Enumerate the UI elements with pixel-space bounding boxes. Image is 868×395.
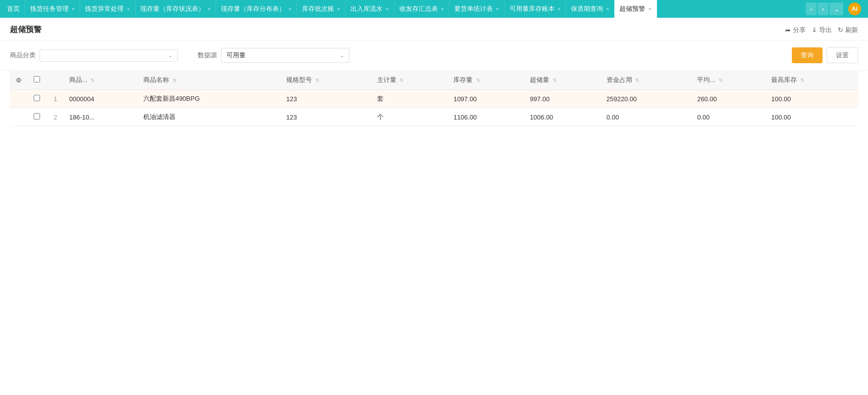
col-capital-label: 资金占用 (607, 76, 632, 83)
top-nav: 首页拣货任务管理×拣货异常处理×现存量（库存状况表）×现存量（库存分布表）×库存… (0, 0, 868, 18)
row-checkbox-cell (28, 90, 45, 108)
share-label: 分享 (793, 26, 806, 35)
col-product-code-header[interactable]: 商品... ⇅ (65, 71, 139, 90)
nav-close-icon[interactable]: × (496, 6, 499, 12)
row-unit: 套 (373, 90, 450, 108)
row-avg: 260.00 (693, 90, 767, 108)
table-row: 10000004六配套新昌490BPG123套1097.00997.002592… (10, 90, 858, 108)
nav-close-icon[interactable]: × (386, 6, 389, 12)
table-container: ⚙ 商品... ⇅ 商品名称 ⇅ 规格型号 ⇅ (0, 71, 868, 126)
nav-close-icon[interactable]: × (558, 6, 561, 12)
export-icon: ⇓ (812, 26, 817, 34)
nav-item-保质期查询[interactable]: 保质期查询× (566, 0, 614, 18)
nav-close-icon[interactable]: × (208, 6, 211, 12)
col-spec-sort-icon: ⇅ (315, 78, 319, 83)
nav-item-可用量库存账本[interactable]: 可用量库存账本× (505, 0, 566, 18)
nav-close-icon[interactable]: × (648, 6, 651, 12)
row-capital: 0.00 (603, 108, 694, 126)
category-arrow-icon: ⌄ (168, 52, 173, 59)
row-stock: 1097.00 (449, 90, 526, 108)
col-stock-header[interactable]: 库存量 ⇅ (449, 71, 526, 90)
data-table: ⚙ 商品... ⇅ 商品名称 ⇅ 规格型号 ⇅ (10, 71, 858, 126)
page-header: 超储预警 ➦ 分享 ⇓ 导出 ↻ 刷新 (0, 18, 868, 40)
col-product-code-sort-icon: ⇅ (90, 78, 94, 83)
category-select[interactable]: ⌄ (40, 49, 178, 62)
col-rownum-header (45, 71, 65, 90)
row-avg: 0.00 (693, 108, 767, 126)
col-avg-label: 平均... (697, 76, 715, 83)
col-maxstock-header[interactable]: 最高库存 ⇅ (767, 71, 858, 90)
select-all-checkbox[interactable] (34, 76, 40, 82)
category-filter-group: 商品分类 ⌄ (10, 49, 178, 62)
nav-close-icon[interactable]: × (337, 6, 340, 12)
nav-item-收发存汇总表[interactable]: 收发存汇总表× (394, 0, 449, 18)
col-capital-sort-icon: ⇅ (635, 78, 639, 83)
row-unit: 个 (373, 108, 450, 126)
datasource-select[interactable]: 可用量 ⌄ (221, 48, 349, 63)
export-label: 导出 (819, 26, 832, 35)
col-avg-sort-icon: ⇅ (719, 78, 723, 83)
row-max-stock: 100.00 (767, 108, 858, 126)
nav-item-超储预警[interactable]: 超储预警× (614, 0, 656, 18)
row-checkbox[interactable] (34, 95, 40, 101)
col-capital-header[interactable]: 资金占用 ⇅ (603, 71, 694, 90)
refresh-icon: ↻ (838, 26, 843, 34)
export-button[interactable]: ⇓ 导出 (812, 26, 832, 35)
share-button[interactable]: ➦ 分享 (785, 26, 806, 35)
page-title: 超储预警 (10, 25, 42, 35)
col-product-code-label: 商品... (69, 76, 87, 83)
col-avg-header[interactable]: 平均... ⇅ (693, 71, 767, 90)
row-number: 2 (45, 108, 65, 126)
settings-button[interactable]: 设置 (826, 47, 858, 63)
nav-menu-arrow[interactable]: ⌄ (829, 2, 843, 15)
col-product-name-sort-icon: ⇅ (173, 78, 176, 83)
nav-close-icon[interactable]: × (606, 6, 609, 12)
col-gear[interactable]: ⚙ (10, 71, 28, 90)
nav-close-icon[interactable]: × (72, 6, 75, 12)
nav-left-arrow[interactable]: ‹ (806, 2, 817, 15)
nav-close-icon[interactable]: × (127, 6, 130, 12)
nav-item-拣货异常处理[interactable]: 拣货异常处理× (80, 0, 135, 18)
row-gear-cell (10, 90, 28, 108)
row-number: 1 (45, 90, 65, 108)
datasource-filter-group: 数据源 可用量 ⌄ (198, 48, 349, 63)
table-body: 10000004六配套新昌490BPG123套1097.00997.002592… (10, 90, 858, 126)
col-unit-label: 主计量 (377, 76, 396, 83)
col-unit-header[interactable]: 主计量 ⇅ (373, 71, 450, 90)
row-checkbox[interactable] (34, 113, 40, 119)
query-button[interactable]: 查询 (792, 47, 823, 63)
col-overstock-label: 超储量 (530, 76, 549, 83)
row-capital: 259220.00 (603, 90, 694, 108)
nav-close-icon[interactable]: × (288, 6, 291, 12)
nav-item-现存量（库存分布表）[interactable]: 现存量（库存分布表）× (216, 0, 297, 18)
col-product-name-header[interactable]: 商品名称 ⇅ (139, 71, 282, 90)
nav-right-arrow[interactable]: › (818, 2, 828, 15)
datasource-select-value: 可用量 (226, 51, 246, 60)
col-spec-header[interactable]: 规格型号 ⇅ (282, 71, 373, 90)
table-header: ⚙ 商品... ⇅ 商品名称 ⇅ 规格型号 ⇅ (10, 71, 858, 90)
row-max-stock: 100.00 (767, 90, 858, 108)
col-overstock-header[interactable]: 超储量 ⇅ (526, 71, 603, 90)
nav-item-首页[interactable]: 首页 (2, 0, 25, 18)
nav-item-要货单统计表[interactable]: 要货单统计表× (449, 0, 504, 18)
nav-item-拣货任务管理[interactable]: 拣货任务管理× (25, 0, 80, 18)
nav-item-现存量（库存状况表）[interactable]: 现存量（库存状况表）× (135, 0, 216, 18)
col-stock-sort-icon: ⇅ (476, 78, 480, 83)
filter-actions: 查询 设置 (792, 47, 858, 63)
refresh-button[interactable]: ↻ 刷新 (838, 26, 858, 35)
row-product-code: 0000004 (65, 90, 139, 108)
row-checkbox-cell (28, 108, 45, 126)
row-spec: 123 (282, 90, 373, 108)
col-checkbox-header (28, 71, 45, 90)
nav-close-icon[interactable]: × (441, 6, 444, 12)
row-stock: 1106.00 (449, 108, 526, 126)
nav-item-出入库流水[interactable]: 出入库流水× (346, 0, 394, 18)
share-icon: ➦ (785, 26, 791, 34)
row-product-name: 六配套新昌490BPG (139, 90, 282, 108)
datasource-arrow-icon: ⌄ (340, 52, 344, 59)
row-product-code: 186-10... (65, 108, 139, 126)
nav-item-库存批次账[interactable]: 库存批次账× (297, 0, 346, 18)
user-avatar[interactable]: Ai (848, 2, 861, 15)
row-over-stock: 1006.00 (526, 108, 603, 126)
col-overstock-sort-icon: ⇅ (553, 78, 557, 83)
